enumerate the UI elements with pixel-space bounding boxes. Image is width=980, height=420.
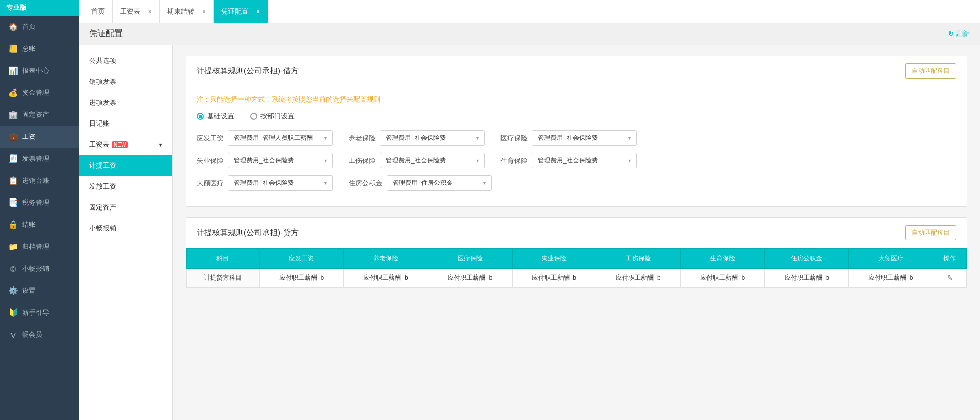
th-gongshang: 工伤保险 <box>596 249 681 269</box>
chevron-down-icon: ▾ <box>159 142 162 148</box>
field-shengyu-value: 管理费用_社会保险费 <box>538 156 598 165</box>
section-credit-body: 科目 应发工资 养老保险 医疗保险 失业保险 工伤保险 生育保险 住房公积金 大… <box>186 248 967 288</box>
sidebar-item-close[interactable]: 🔒 结账 <box>0 214 79 236</box>
field-daeyiliao-value: 管理费用_社会保险费 <box>234 179 294 187</box>
page-title: 凭证配置 <box>89 28 123 39</box>
td-zhufang: 应付职工薪酬_b <box>765 269 849 288</box>
sidebar-item-funds[interactable]: 💰 资金管理 <box>0 82 79 104</box>
td-subject: 计提贷方科目 <box>187 269 260 288</box>
leftnav-calc-salary[interactable]: 计提工资 <box>79 155 172 176</box>
sidebar-item-member[interactable]: V 畅会员 <box>0 324 79 346</box>
field-yingfa: 应发工资 管理费用_管理人员职工薪酬 ▾ <box>197 130 333 146</box>
field-yiliao-value: 管理费用_社会保险费 <box>538 134 598 142</box>
td-yiliao: 应付职工薪酬_b <box>428 269 512 288</box>
field-shengyu-select[interactable]: 管理费用_社会保险费 ▾ <box>532 153 637 168</box>
table-row: 计提贷方科目 应付职工薪酬_b 应付职工薪酬_b 应付职工薪酬_b 应付职工薪酬… <box>187 269 967 288</box>
field-gongshang-label: 工伤保险 <box>349 156 376 165</box>
field-yanglao-value: 管理费用_社会保险费 <box>386 134 446 142</box>
tab-payroll-close[interactable]: × <box>148 7 152 16</box>
sidebar-item-guide[interactable]: 🔰 新手引导 <box>0 302 79 324</box>
tab-payroll[interactable]: 工资表 × <box>113 0 160 23</box>
th-zhufang: 住房公积金 <box>765 249 849 269</box>
archive-icon: 📁 <box>8 242 18 251</box>
field-shiye-label: 失业保险 <box>197 156 224 165</box>
tax-icon: 📑 <box>8 198 18 207</box>
chevron-down-icon: ▾ <box>324 135 327 141</box>
th-shiye: 失业保险 <box>512 249 596 269</box>
leftnav-xiaochang-expense[interactable]: 小畅报销 <box>79 218 172 239</box>
field-yanglao-select[interactable]: 管理费用_社会保险费 ▾ <box>380 130 485 146</box>
sidebar-item-reports[interactable]: 📊 报表中心 <box>0 60 79 82</box>
field-zhufang: 住房公积金 管理费用_住房公积金 ▾ <box>349 175 492 191</box>
sidebar-item-assets[interactable]: 🏢 固定资产 <box>0 104 79 126</box>
auto-match-debit-button[interactable]: 自动匹配科目 <box>905 63 956 79</box>
member-icon: V <box>8 330 18 339</box>
th-shengyu: 生育保险 <box>680 249 765 269</box>
section-debit-body: 注：只能选择一种方式，系统将按照您当前的选择来配置规则 基础设置 按部门设置 <box>186 86 967 206</box>
field-daeyiliao-select[interactable]: 管理费用_社会保险费 ▾ <box>228 175 333 191</box>
td-shiye: 应付职工薪酬_b <box>512 269 596 288</box>
content-area: 公共选项 销项发票 进项发票 日记账 工资表 NEW ▾ 计提工资 发放工资 <box>79 45 980 420</box>
sidebar-item-salary[interactable]: 💼 工资 <box>0 126 79 148</box>
field-yiliao-select[interactable]: 管理费用_社会保险费 ▾ <box>532 130 637 146</box>
th-yiliao: 医疗保险 <box>428 249 512 269</box>
radio-group: 基础设置 按部门设置 <box>197 112 956 121</box>
leftnav-cancel-invoice[interactable]: 销项发票 <box>79 71 172 92</box>
sidebar-item-archive[interactable]: 📁 归档管理 <box>0 236 79 258</box>
field-shiye-value: 管理费用_社会保险费 <box>234 156 294 165</box>
refresh-icon: ↻ <box>948 30 954 38</box>
leftnav-fixed-assets[interactable]: 固定资产 <box>79 197 172 218</box>
leftnav-payroll-table[interactable]: 工资表 NEW ▾ <box>79 134 172 155</box>
leftnav-journal[interactable]: 日记账 <box>79 113 172 134</box>
tab-home[interactable]: 首页 <box>84 0 113 23</box>
tab-voucher-config[interactable]: 凭证配置 × <box>214 0 268 23</box>
left-nav: 公共选项 销项发票 进项发票 日记账 工资表 NEW ▾ 计提工资 发放工资 <box>79 45 173 420</box>
td-yanglao: 应付职工薪酬_b <box>344 269 428 288</box>
main-area: 首页 工资表 × 期末结转 × 凭证配置 × 凭证配置 ↻ 刷新 公共选项 <box>79 0 980 420</box>
section-debit-title: 计提核算规则(公司承担)-借方 <box>197 66 299 76</box>
th-daeyiliao: 大额医疗 <box>849 249 933 269</box>
td-edit[interactable]: ✎ <box>933 269 966 288</box>
sidebar-item-invoice[interactable]: 🧾 发票管理 <box>0 148 79 170</box>
field-shengyu-label: 生育保险 <box>500 156 528 165</box>
field-yingfa-label: 应发工资 <box>197 134 224 143</box>
field-gongshang: 工伤保险 管理费用_社会保险费 ▾ <box>349 153 485 168</box>
field-gongshang-select[interactable]: 管理费用_社会保险费 ▾ <box>380 153 485 168</box>
leftnav-input-invoice[interactable]: 进项发票 <box>79 92 172 113</box>
auto-match-credit-button[interactable]: 自动匹配科目 <box>905 225 956 240</box>
ledger-icon: 📒 <box>8 44 18 53</box>
sidebar-item-xiaochang[interactable]: © 小畅报销 <box>0 258 79 280</box>
funds-icon: 💰 <box>8 88 18 97</box>
radio-basic[interactable]: 基础设置 <box>197 112 234 121</box>
radio-dept[interactable]: 按部门设置 <box>250 112 295 121</box>
leftnav-issue-salary[interactable]: 发放工资 <box>79 176 172 197</box>
field-row-3: 大额医疗 管理费用_社会保险费 ▾ 住房公积金 管理费用_住房公积金 ▾ <box>197 175 956 191</box>
brand-label: 专业版 <box>0 0 79 16</box>
section-credit: 计提核算规则(公司承担)-贷方 自动匹配科目 科目 应发工资 养老保险 医疗保险… <box>186 217 967 288</box>
field-shiye-select[interactable]: 管理费用_社会保险费 ▾ <box>228 153 333 168</box>
credit-table: 科目 应发工资 养老保险 医疗保险 失业保险 工伤保险 生育保险 住房公积金 大… <box>186 248 967 288</box>
leftnav-public-options[interactable]: 公共选项 <box>79 50 172 71</box>
salary-icon: 💼 <box>8 132 18 141</box>
page-header: 凭证配置 ↻ 刷新 <box>79 23 980 45</box>
td-shengyu: 应付职工薪酬_b <box>680 269 765 288</box>
tab-period-close[interactable]: 期末结转 × <box>160 0 214 23</box>
sidebar-item-settings[interactable]: ⚙️ 设置 <box>0 280 79 302</box>
field-zhufang-select[interactable]: 管理费用_住房公积金 ▾ <box>387 175 492 191</box>
field-shengyu: 生育保险 管理费用_社会保险费 ▾ <box>500 153 637 168</box>
refresh-button[interactable]: ↻ 刷新 <box>948 29 970 39</box>
field-row-1: 应发工资 管理费用_管理人员职工薪酬 ▾ 养老保险 管理费用_社会保险费 ▾ <box>197 130 956 146</box>
sidebar-item-ledger[interactable]: 📒 总账 <box>0 38 79 60</box>
sidebar-item-trade[interactable]: 📋 进销台账 <box>0 170 79 192</box>
sidebar-item-home[interactable]: 🏠 首页 <box>0 16 79 38</box>
field-yingfa-select[interactable]: 管理费用_管理人员职工薪酬 ▾ <box>228 130 333 146</box>
tab-voucher-close[interactable]: × <box>256 7 260 16</box>
th-action: 操作 <box>933 249 966 269</box>
edit-icon[interactable]: ✎ <box>947 274 953 282</box>
radio-basic-circle <box>197 113 204 120</box>
chevron-down-icon5: ▾ <box>476 158 479 163</box>
field-yiliao-label: 医疗保险 <box>500 134 528 143</box>
sidebar-item-tax[interactable]: 📑 税务管理 <box>0 192 79 214</box>
field-gongshang-value: 管理费用_社会保险费 <box>386 156 446 165</box>
tab-period-close-btn[interactable]: × <box>202 7 206 16</box>
